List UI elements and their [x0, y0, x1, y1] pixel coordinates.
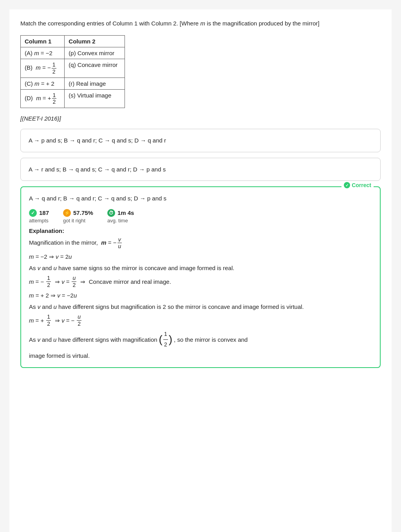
- exp-line-5: m = + 2 ⇒ v = −2u: [29, 290, 372, 301]
- explanation-body: Magnification in the mirror, m = −vu m =…: [29, 236, 372, 361]
- explanation-title: Explanation:: [29, 227, 372, 234]
- table-cell: (B) m = −12: [21, 59, 65, 78]
- table-cell: (r) Real image: [65, 78, 125, 89]
- exp-line-3: As v and u have same signs so the mirror…: [29, 263, 372, 273]
- time-value: 1m 4s: [117, 209, 134, 216]
- percent-value: 57.75%: [73, 209, 93, 216]
- stat-percent: ⚡ 57.75% got it right: [63, 209, 93, 224]
- exp-line-4: m = −12 ⇒ v = u2 ⇒ Concave mirror and re…: [29, 275, 372, 289]
- table-cell: (q) Concave mirror: [65, 59, 125, 78]
- percent-label: got it right: [63, 218, 85, 224]
- table-cell: (C) m = + 2: [21, 78, 65, 89]
- paren-frac: ( 1 2 ): [159, 329, 172, 349]
- clock-icon: ⏱: [107, 209, 115, 217]
- stat-time: ⏱ 1m 4s avg. time: [107, 209, 134, 224]
- neet-label: [(NEET-I 2016)]: [20, 115, 381, 122]
- option-3-text: A → q and r; B → q and r; C → q and s; D…: [29, 193, 372, 204]
- check-icon: ✓: [344, 182, 350, 188]
- stats-row: ✓ 187 attempts ⚡ 57.75% got it right ⏱ 1…: [29, 209, 372, 224]
- table-cell: (s) Virtual image: [65, 89, 125, 108]
- option-2[interactable]: A → r and s; B → q and s; C → q and r; D…: [20, 158, 381, 181]
- col2-header: Column 2: [65, 36, 125, 47]
- table-cell: (A) m = −2: [21, 47, 65, 59]
- table-cell: (p) Convex mirror: [65, 47, 125, 59]
- attempts-value: 187: [39, 209, 49, 216]
- table-row: (C) m = + 2 (r) Real image: [21, 78, 125, 89]
- option-1-text: A → p and s; B → q and r; C → q and s; D…: [29, 137, 166, 144]
- table-row: (A) m = −2 (p) Convex mirror: [21, 47, 125, 59]
- stat-attempts: ✓ 187 attempts: [29, 209, 49, 224]
- option-3-correct[interactable]: ✓ Correct A → q and r; B → q and r; C → …: [20, 186, 381, 368]
- correct-label: Correct: [352, 182, 371, 188]
- table-row: (B) m = −12 (q) Concave mirror: [21, 59, 125, 78]
- page-container: Match the corresponding entries of Colum…: [9, 9, 392, 532]
- exp-line-2: m = −2 ⇒ v = 2u: [29, 251, 372, 262]
- exp-line-1: Magnification in the mirror, m = −vu: [29, 236, 372, 250]
- col1-header: Column 1: [21, 36, 65, 47]
- attempts-label: attempts: [29, 218, 49, 224]
- check-icon: ✓: [29, 209, 37, 217]
- exp-line-9: image formed is virtual.: [29, 350, 372, 361]
- bolt-icon: ⚡: [63, 209, 71, 217]
- option-2-text: A → r and s; B → q and s; C → q and r; D…: [29, 166, 166, 173]
- table-row: (D) m = +12 (s) Virtual image: [21, 89, 125, 108]
- question-text: Match the corresponding entries of Colum…: [20, 19, 381, 28]
- match-table: Column 1 Column 2 (A) m = −2 (p) Convex …: [20, 35, 125, 108]
- correct-badge: ✓ Correct: [341, 182, 374, 188]
- exp-line-6: As v and u have different signs but magn…: [29, 301, 372, 312]
- table-cell: (D) m = +12: [21, 89, 65, 108]
- time-label: avg. time: [107, 218, 128, 224]
- exp-line-7: m = +12 ⇒ v = −u2: [29, 314, 372, 327]
- exp-line-8: As v and u have different signs with mag…: [29, 329, 372, 349]
- option-1[interactable]: A → p and s; B → q and r; C → q and s; D…: [20, 129, 381, 152]
